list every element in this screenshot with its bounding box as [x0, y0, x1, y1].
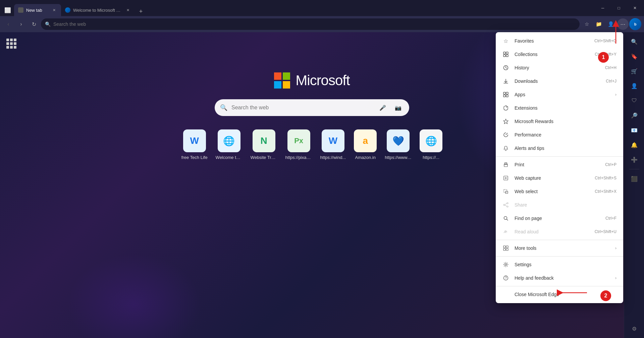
dropdown-menu: ☆ Favorites Ctrl+Shift+O Collections Ctr…	[496, 32, 623, 303]
menu-item-favorites[interactable]: ☆ Favorites Ctrl+Shift+O	[496, 34, 623, 48]
menu-item-label-more-tools: More tools	[515, 245, 610, 251]
svg-rect-30	[506, 246, 508, 248]
menu-button[interactable]: ···	[617, 18, 629, 30]
sidebar-add-button[interactable]: ➕	[628, 153, 641, 166]
menu-item-label-downloads: Downloads	[515, 78, 600, 84]
menu-item-shortcut-history: Ctrl+H	[605, 65, 616, 70]
quick-link-label-3: Website Traffic	[251, 155, 277, 160]
read-aloud-icon: AA	[502, 228, 509, 235]
menu-item-settings[interactable]: Settings	[496, 258, 623, 271]
menu-item-shortcut-read-aloud: Ctrl+Shift+U	[595, 229, 616, 234]
menu-item-shortcut-print: Ctrl+P	[605, 162, 616, 167]
annotation-circle-1: 1	[598, 52, 609, 63]
sidebar-bookmark-button[interactable]: 🔖	[628, 50, 641, 63]
menu-item-find-on-page[interactable]: Find on page Ctrl+F	[496, 212, 623, 225]
address-bar[interactable]: 🔍	[41, 18, 580, 30]
more-tools-arrow-icon: ›	[615, 246, 616, 250]
sidebar-search-button[interactable]: 🔎	[628, 109, 641, 122]
menu-item-label-read-aloud: Read aloud	[515, 229, 589, 234]
quick-link-item[interactable]: W free Tech Life	[181, 129, 208, 160]
menu-item-history[interactable]: History Ctrl+H	[496, 61, 623, 74]
back-button[interactable]: ‹	[3, 18, 14, 30]
share-icon	[502, 202, 509, 208]
quick-link-label-1: free Tech Life	[181, 155, 208, 160]
menu-item-downloads[interactable]: Downloads Ctrl+J	[496, 74, 623, 88]
microsoft-logo-area: Microsoft	[274, 72, 350, 89]
quick-link-icon-5: W	[322, 129, 344, 152]
quick-link-label-6: Amazon.in	[355, 155, 375, 160]
window-controls: ─ □ ✕	[595, 0, 644, 16]
address-input[interactable]	[53, 21, 576, 27]
quick-link-icon-1: W	[183, 129, 206, 152]
account-toolbar-button[interactable]: 👤	[605, 18, 616, 30]
svg-point-22	[507, 206, 508, 207]
web-capture-icon	[502, 175, 509, 181]
svg-marker-11	[503, 119, 508, 124]
svg-rect-8	[506, 92, 508, 94]
visual-search-button[interactable]: 📷	[392, 102, 404, 113]
menu-item-shortcut-favorites: Ctrl+Shift+O	[594, 39, 616, 43]
ms-rewards-icon	[502, 118, 509, 125]
sidebar-shield-button[interactable]: 🛡	[628, 94, 641, 107]
refresh-button[interactable]: ↻	[28, 18, 40, 30]
quick-link-item[interactable]: 🌐 https://...	[420, 129, 442, 160]
quick-link-item[interactable]: W https://wind...	[320, 129, 346, 160]
menu-item-more-tools[interactable]: More tools ›	[496, 241, 623, 255]
menu-item-apps[interactable]: Apps ›	[496, 88, 623, 101]
menu-item-label-share: Share	[515, 202, 616, 208]
microsoft-logo-icon	[274, 72, 290, 89]
svg-line-26	[507, 219, 508, 221]
quick-link-icon-6: a	[354, 129, 377, 152]
minimize-button[interactable]: ─	[595, 3, 610, 13]
menu-item-print[interactable]: Print Ctrl+P	[496, 158, 623, 171]
tab-edge[interactable]: Welcome to Microsoft Edge ✕	[61, 4, 135, 16]
maximize-button[interactable]: □	[611, 3, 627, 13]
sidebar-profile-button[interactable]: 👤	[628, 79, 641, 93]
menu-item-extensions[interactable]: Extensions	[496, 101, 623, 115]
sidebar-notification-button[interactable]: 🔔	[628, 138, 641, 152]
quick-link-item[interactable]: Px https://pixab...	[285, 129, 312, 160]
search-bar[interactable]: 🔍 🎤 📷	[215, 99, 409, 116]
quick-link-item[interactable]: 💙 https://www.i...	[385, 129, 412, 160]
quick-link-item[interactable]: 🌐 Welcome to ...	[216, 129, 243, 160]
voice-search-button[interactable]: 🎤	[377, 102, 388, 113]
apps-grid-button[interactable]	[5, 38, 17, 50]
sidebar-shopping-button[interactable]: 🛒	[628, 64, 641, 78]
menu-item-alerts-tips[interactable]: Alerts and tips	[496, 142, 623, 155]
restore-button[interactable]: ⬜	[1, 4, 14, 16]
menu-item-label-web-capture: Web capture	[515, 175, 589, 181]
alerts-tips-icon	[502, 145, 509, 152]
menu-item-shortcut-downloads: Ctrl+J	[606, 79, 616, 83]
menu-item-help-feedback[interactable]: ? Help and feedback ›	[496, 271, 623, 285]
sidebar-mail-button[interactable]: 📧	[628, 123, 641, 137]
svg-rect-2	[503, 55, 505, 57]
tab-close-edge[interactable]: ✕	[125, 7, 131, 13]
favorites-toolbar-button[interactable]: ☆	[581, 18, 592, 30]
search-icon: 🔍	[220, 104, 227, 111]
menu-separator-3	[496, 256, 623, 257]
bing-chat-button[interactable]: b	[629, 18, 641, 30]
sidebar-settings-button[interactable]: ⚙	[628, 322, 641, 335]
svg-text:?: ?	[505, 276, 507, 280]
menu-item-web-select[interactable]: Web select Ctrl+Shift+X	[496, 185, 623, 198]
search-input[interactable]	[231, 105, 373, 111]
sidebar-zoom-button[interactable]: 🔍	[628, 35, 641, 48]
svg-point-20	[507, 203, 508, 204]
collections-toolbar-button[interactable]: 📁	[593, 18, 604, 30]
tab-close-newtab[interactable]: ✕	[51, 7, 57, 13]
tab-bar: ⬜ New tab ✕ Welcome to Microsoft Edge ✕ …	[0, 0, 644, 16]
menu-item-web-capture[interactable]: Web capture Ctrl+Shift+S	[496, 171, 623, 185]
sidebar-expand-button[interactable]: ⬛	[628, 172, 641, 185]
favorites-icon: ☆	[502, 38, 509, 44]
forward-button[interactable]: ›	[15, 18, 27, 30]
new-tab-button[interactable]: +	[136, 7, 146, 16]
menu-item-performance[interactable]: Performance	[496, 128, 623, 142]
tab-newtab[interactable]: New tab ✕	[14, 4, 61, 16]
close-button[interactable]: ✕	[627, 3, 643, 13]
menu-item-ms-rewards[interactable]: Microsoft Rewards	[496, 115, 623, 128]
quick-link-item[interactable]: N Website Traffic	[251, 129, 277, 160]
quick-link-item[interactable]: a Amazon.in	[354, 129, 377, 160]
quick-link-icon-8: 🌐	[420, 129, 442, 152]
apps-arrow-icon: ›	[615, 92, 616, 97]
menu-item-label-favorites: Favorites	[515, 38, 589, 44]
